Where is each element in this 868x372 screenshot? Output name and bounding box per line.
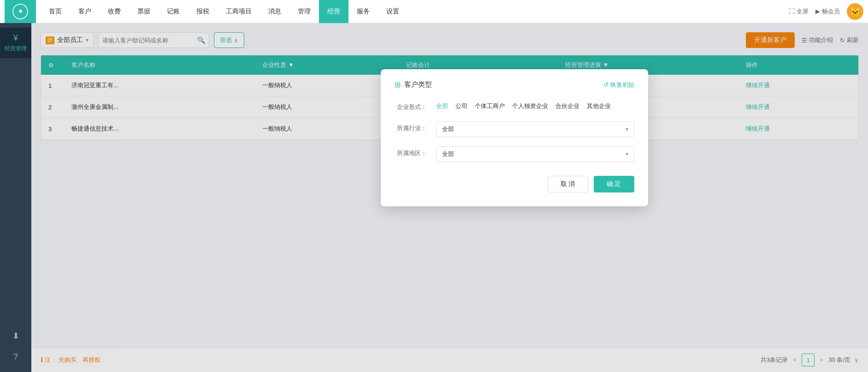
nav-right: ⛶ 全屏 ▶ 畅会员 🐱: [789, 3, 863, 20]
option-partnership[interactable]: 合伙企业: [555, 100, 579, 112]
nav-manage[interactable]: 管理: [289, 0, 319, 23]
region-arrow-icon: ▾: [626, 151, 628, 157]
nav-bills[interactable]: 票据: [129, 0, 159, 23]
yuan-icon: ¥: [13, 33, 18, 43]
dialog-title: ⊞ 客户类型: [395, 80, 432, 89]
region-select: 全部 ▾: [436, 146, 634, 162]
sidebar-download[interactable]: ⬇: [0, 325, 31, 347]
region-label: 所属地区：: [395, 146, 427, 157]
logo: ✦: [5, 0, 36, 23]
option-company[interactable]: 公司: [455, 100, 467, 112]
sidebar-item-label: 经营管理: [5, 45, 27, 53]
avatar[interactable]: 🐱: [847, 3, 863, 20]
confirm-button[interactable]: 确 定: [594, 176, 634, 192]
dialog-title-text: 客户类型: [404, 80, 432, 89]
option-other[interactable]: 其他企业: [587, 100, 611, 112]
region-form-row: 所属地区： 全部 ▾: [395, 146, 634, 162]
industry-value: 全部: [442, 125, 454, 133]
reset-icon: ↺: [603, 81, 608, 88]
fullscreen-label: 全屏: [797, 7, 809, 16]
industry-label: 所属行业：: [395, 121, 427, 132]
industry-form-row: 所属行业： 全部 ▾: [395, 121, 634, 137]
industry-select-box[interactable]: 全部 ▾: [436, 121, 634, 137]
nav-fee[interactable]: 收费: [100, 0, 129, 23]
nav-operation[interactable]: 经营: [319, 0, 348, 23]
fullscreen-icon: ⛶: [789, 8, 795, 15]
nav-message[interactable]: 消息: [260, 0, 289, 23]
reset-button[interactable]: ↺ 恢复初始: [603, 81, 634, 89]
option-individual[interactable]: 个体工商户: [475, 100, 505, 112]
sidebar-bottom: ⬇ ?: [0, 325, 31, 372]
nav-business[interactable]: 工商项目: [218, 0, 260, 23]
nav-home[interactable]: 首页: [41, 0, 70, 23]
region-select-box[interactable]: 全部 ▾: [436, 146, 634, 162]
cancel-button[interactable]: 取 消: [548, 176, 588, 192]
nav-customer[interactable]: 客户: [70, 0, 100, 23]
help-icon: ?: [13, 352, 18, 362]
reset-label: 恢复初始: [610, 81, 634, 89]
vip-btn[interactable]: ▶ 畅会员: [815, 7, 840, 16]
industry-arrow-icon: ▾: [626, 126, 628, 132]
logo-icon: ✦: [12, 4, 28, 19]
region-value: 全部: [442, 150, 454, 158]
nav-bookkeeping[interactable]: 记账: [159, 0, 188, 23]
sidebar-help[interactable]: ?: [0, 347, 31, 367]
vip-label: 畅会员: [822, 7, 840, 16]
dialog-header: ⊞ 客户类型 ↺ 恢复初始: [395, 80, 634, 89]
nav-settings[interactable]: 设置: [378, 0, 407, 23]
top-navigation: ✦ 首页 客户 收费 票据 记账 报税 工商项目 消息 管理 经营 服务 设置 …: [0, 0, 868, 23]
sidebar: ¥ 经营管理 ⬇ ?: [0, 23, 31, 372]
industry-select: 全部 ▾: [436, 121, 634, 137]
download-icon: ⬇: [12, 331, 19, 341]
nav-tax[interactable]: 报税: [188, 0, 218, 23]
enterprise-options: 全部 公司 个体工商户 个人独资企业 合伙企业 其他企业: [436, 100, 634, 112]
dialog-title-icon: ⊞: [395, 80, 401, 89]
nav-service[interactable]: 服务: [348, 0, 378, 23]
fullscreen-btn[interactable]: ⛶ 全屏: [789, 7, 809, 16]
enterprise-form-row: 企业形式： 全部 公司 个体工商户 个人独资企业 合伙企业 其他企业: [395, 100, 634, 112]
enterprise-form-label: 企业形式：: [395, 100, 427, 111]
filter-dialog: ⊞ 客户类型 ↺ 恢复初始 企业形式： 全部 公司 个体工商户 个人独资企业 合…: [381, 69, 648, 206]
sidebar-item-operation[interactable]: ¥ 经营管理: [0, 28, 31, 58]
dialog-footer: 取 消 确 定: [395, 176, 634, 192]
option-sole[interactable]: 个人独资企业: [512, 100, 548, 112]
vip-icon: ▶: [815, 8, 820, 15]
nav-items: 首页 客户 收费 票据 记账 报税 工商项目 消息 管理 经营 服务 设置: [41, 0, 789, 23]
option-all[interactable]: 全部: [436, 100, 448, 112]
